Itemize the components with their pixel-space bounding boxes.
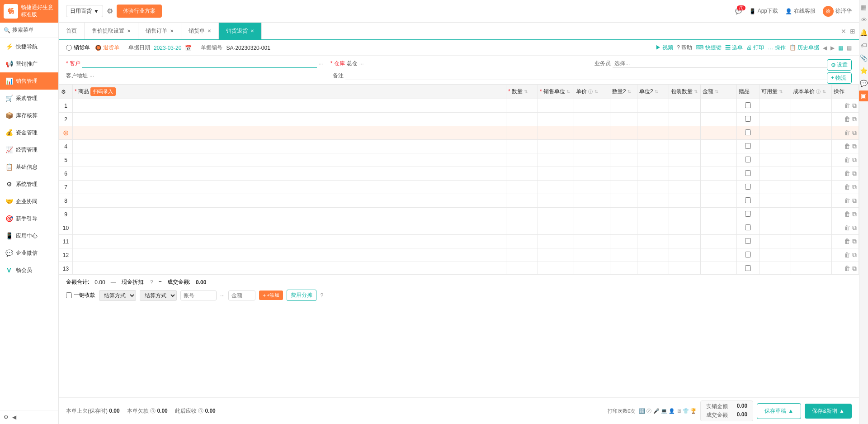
gear-icon[interactable]: ⚙ (107, 7, 113, 15)
price-cell[interactable] (574, 126, 610, 140)
pkg-cell[interactable] (669, 140, 701, 153)
delete-icon[interactable]: 🗑 (844, 156, 850, 164)
pkg-cell[interactable] (669, 194, 701, 208)
sidebar-item-marketing[interactable]: 📢 营销推广 (0, 55, 58, 72)
qty-cell[interactable] (506, 167, 538, 181)
cost-cell[interactable] (791, 99, 832, 113)
gift-cell[interactable] (737, 208, 760, 221)
sidebar-item-vip[interactable]: V 畅会员 (0, 262, 58, 279)
delete-icon[interactable]: 🗑 (844, 251, 850, 259)
sidebar-item-shortcut[interactable]: ⚡ 快捷导航 (0, 38, 58, 55)
copy-icon[interactable]: ⧉ (852, 210, 857, 218)
tab-close-sales[interactable]: ✕ (208, 29, 211, 33)
delete-icon[interactable]: 🗑 (844, 129, 850, 137)
rp-grid-icon[interactable]: ▦ (859, 2, 868, 13)
gift-cell[interactable] (737, 99, 760, 113)
list-view-btn[interactable]: ▤ (847, 45, 852, 51)
rp-comment-icon[interactable]: 💬 (858, 78, 868, 89)
cost-cell[interactable] (791, 113, 832, 126)
sort-amount-icon[interactable]: ⇅ (715, 89, 718, 94)
cost-cell[interactable] (791, 126, 832, 140)
th-setting[interactable]: ⚙ (59, 85, 73, 99)
product-cell[interactable] (73, 167, 506, 181)
product-input[interactable] (75, 130, 504, 136)
salesperson-input[interactable] (613, 59, 845, 68)
product-cell[interactable] (73, 99, 506, 113)
unit2-cell[interactable] (637, 262, 669, 275)
pkg-cell[interactable] (669, 221, 701, 235)
pkg-cell[interactable] (669, 181, 701, 194)
scan-btn[interactable]: 扫码录入 (90, 87, 116, 96)
price-cell[interactable] (574, 262, 610, 275)
qty2-cell[interactable] (610, 113, 637, 126)
delete-icon[interactable]: 🗑 (844, 102, 850, 110)
operate-btn[interactable]: … 操作 (768, 44, 785, 52)
unit2-cell[interactable] (637, 221, 669, 235)
tab-close-sales-order[interactable]: ✕ (170, 29, 174, 33)
setting-icon[interactable]: ⚙ (61, 89, 66, 95)
online-service[interactable]: 👤 在线客服 (785, 7, 816, 15)
print-btn[interactable]: 🖨 打印 (746, 44, 764, 52)
qty2-cell[interactable] (610, 248, 637, 262)
sidebar-item-operations[interactable]: 📈 经营管理 (0, 141, 58, 158)
shortcut-btn[interactable]: ⌨ 快捷键 (696, 44, 721, 52)
avail-cell[interactable] (760, 208, 791, 221)
sidebar-item-enterprise[interactable]: 🤝 企业协同 (0, 193, 58, 210)
setup-btn[interactable]: ⚙ 设置 (827, 59, 852, 71)
qty-cell[interactable] (506, 221, 538, 235)
price-cell[interactable] (574, 153, 610, 167)
delete-icon[interactable]: 🗑 (844, 115, 850, 123)
qty2-cell[interactable] (610, 262, 637, 275)
pkg-cell[interactable] (669, 99, 701, 113)
price-cell[interactable] (574, 167, 610, 181)
rp-clip-icon[interactable]: 📎 (858, 52, 868, 63)
copy-icon[interactable]: ⧉ (852, 238, 857, 245)
cost-cell[interactable] (791, 221, 832, 235)
unit-cell[interactable] (538, 194, 574, 208)
sort-qty-icon[interactable]: ⇅ (524, 89, 528, 94)
sort-cost-icon[interactable]: ⇅ (822, 89, 826, 94)
gift-cell[interactable] (737, 181, 760, 194)
price-cell[interactable] (574, 181, 610, 194)
save-new-btn[interactable]: 保存&新增 ▲ (805, 404, 852, 419)
split-help-icon[interactable]: ? (320, 292, 323, 299)
cost-cell[interactable] (791, 140, 832, 153)
customer-input[interactable] (82, 59, 317, 68)
cost-cell[interactable] (791, 208, 832, 221)
experience-btn[interactable]: 体验行业方案 (117, 5, 162, 18)
unit2-cell[interactable] (637, 248, 669, 262)
app-download[interactable]: 📱 App下载 (749, 7, 778, 15)
warehouse-dots[interactable]: ··· (359, 61, 364, 67)
remark-input[interactable] (345, 71, 852, 80)
sidebar-item-apps[interactable]: 📱 应用中心 (0, 227, 58, 244)
pkg-cell[interactable] (669, 208, 701, 221)
product-cell[interactable] (73, 221, 506, 235)
amount-cell[interactable] (701, 126, 737, 140)
price-cell[interactable] (574, 221, 610, 235)
dropdown-draft-icon[interactable]: ▲ (788, 408, 793, 414)
unit2-cell[interactable] (637, 126, 669, 140)
cost-cell[interactable] (791, 167, 832, 181)
qty-cell[interactable] (506, 153, 538, 167)
qty-cell[interactable] (506, 262, 538, 275)
question-icon[interactable]: ? (150, 279, 153, 286)
avail-cell[interactable] (760, 140, 791, 153)
sort-price-icon[interactable]: ⇅ (594, 89, 598, 94)
avail-cell[interactable] (760, 126, 791, 140)
address-dots[interactable]: ··· (90, 73, 94, 79)
qty2-cell[interactable] (610, 167, 637, 181)
video-btn[interactable]: ▶ 视频 (656, 44, 673, 52)
cost-cell[interactable] (791, 248, 832, 262)
delete-icon[interactable]: 🗑 (844, 210, 850, 218)
copy-icon[interactable]: ⧉ (852, 197, 857, 205)
user-profile[interactable]: 徐 徐泽华 (823, 6, 852, 17)
pkg-cell[interactable] (669, 235, 701, 248)
price-cell[interactable] (574, 140, 610, 153)
delete-icon[interactable]: 🗑 (844, 183, 850, 191)
maximize-icon[interactable]: ⊞ (850, 28, 855, 35)
unit2-cell[interactable] (637, 181, 669, 194)
rp-star-icon[interactable]: ⭐ (858, 65, 868, 76)
select-btn[interactable]: ☰ 选单 (725, 44, 743, 52)
amount-cell[interactable] (701, 113, 737, 126)
add-btn[interactable]: + +添加 (259, 291, 283, 300)
